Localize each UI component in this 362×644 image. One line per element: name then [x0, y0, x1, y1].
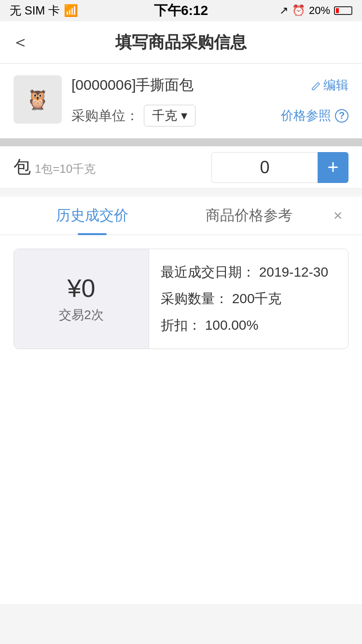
recent-date-item: 最近成交日期： 2019-12-30 [161, 263, 336, 281]
purchase-qty-item: 采购数量： 200千克 [161, 289, 336, 308]
qty-unit-convert: 1包=10千克 [35, 161, 96, 177]
edit-link[interactable]: 编辑 [311, 77, 348, 94]
tab-close-button[interactable]: × [327, 205, 348, 226]
chevron-down-icon: ▾ [181, 108, 187, 123]
unit-label: 采购单位： 千克 ▾ [71, 105, 195, 126]
unit-select[interactable]: 千克 ▾ [144, 105, 195, 126]
qty-input-wrap: + [211, 152, 348, 183]
product-header: [0000006]手撕面包 编辑 [71, 75, 348, 95]
wifi-icon: 📶 [64, 4, 78, 17]
recent-date-value: 2019-12-30 [259, 265, 328, 280]
product-image: 🦉 [14, 75, 62, 124]
history-price-value: ¥0 [68, 274, 96, 303]
product-name: [0000006]手撕面包 [71, 75, 194, 95]
purchase-qty-value: 200千克 [232, 291, 282, 306]
page-title: 填写商品采购信息 [115, 31, 247, 54]
tab-content: ¥0 交易2次 最近成交日期： 2019-12-30 采购数量： 200千克 折… [0, 235, 362, 363]
tabs-section: 历史成交价 商品价格参考 × ¥0 交易2次 最近成交日期： 2019-12-3… [0, 196, 362, 363]
battery-icon [334, 6, 352, 15]
no-sim-label: 无 SIM 卡 [10, 3, 60, 18]
location-icon: ↗ [279, 4, 288, 17]
status-bar: 无 SIM 卡 📶 下午6:12 ↗ ⏰ 20% [0, 0, 362, 21]
back-button[interactable]: ＜ [12, 30, 29, 54]
recent-date-label: 最近成交日期： [161, 265, 255, 280]
status-right: ↗ ⏰ 20% [279, 4, 352, 17]
battery-percent: 20% [309, 4, 330, 17]
tab-history-label: 历史成交价 [56, 206, 128, 225]
tabs-header: 历史成交价 商品价格参考 × [0, 196, 362, 235]
product-unit-row: 采购单位： 千克 ▾ 价格参照 ? [71, 105, 348, 126]
product-info: [0000006]手撕面包 编辑 采购单位： 千克 ▾ 价格参照 ? [71, 75, 348, 126]
price-ref-link[interactable]: 价格参照 ? [281, 107, 348, 124]
history-price-panel: ¥0 交易2次 [14, 249, 149, 349]
quantity-row: 包 1包=10千克 + [0, 146, 362, 189]
nav-bar: ＜ 填写商品采购信息 [0, 21, 362, 64]
price-ref-label: 价格参照 [281, 107, 331, 124]
status-left: 无 SIM 卡 📶 [10, 3, 78, 18]
history-trades-count: 交易2次 [59, 307, 103, 323]
gray-divider [0, 139, 362, 146]
discount-value: 100.00% [205, 318, 259, 333]
discount-label: 折扣： [161, 318, 201, 333]
product-card: 🦉 [0000006]手撕面包 编辑 采购单位： 千克 ▾ 价格参照 ? [0, 64, 362, 139]
qty-plus-button[interactable]: + [318, 152, 348, 183]
unit-prefix: 采购单位： [71, 107, 139, 125]
tab-price-reference[interactable]: 商品价格参考 [170, 196, 327, 235]
history-card: ¥0 交易2次 最近成交日期： 2019-12-30 采购数量： 200千克 折… [14, 249, 348, 349]
purchase-qty-label: 采购数量： [161, 291, 228, 306]
tab-underline [78, 233, 107, 235]
qty-input[interactable] [211, 152, 318, 183]
product-image-icon: 🦉 [26, 88, 50, 111]
alarm-icon: ⏰ [292, 4, 305, 17]
discount-item: 折扣： 100.00% [161, 316, 336, 335]
status-time: 下午6:12 [154, 1, 208, 20]
qty-unit-name: 包 [14, 155, 31, 179]
unit-value: 千克 [152, 107, 177, 124]
edit-label: 编辑 [323, 77, 348, 94]
qty-unit-label: 包 1包=10千克 [14, 155, 211, 179]
history-details-panel: 最近成交日期： 2019-12-30 采购数量： 200千克 折扣： 100.0… [149, 249, 348, 349]
tab-history-price[interactable]: 历史成交价 [14, 196, 170, 235]
info-icon: ? [335, 109, 348, 123]
main-content-area [0, 363, 362, 604]
tab-price-ref-label: 商品价格参考 [206, 206, 292, 225]
